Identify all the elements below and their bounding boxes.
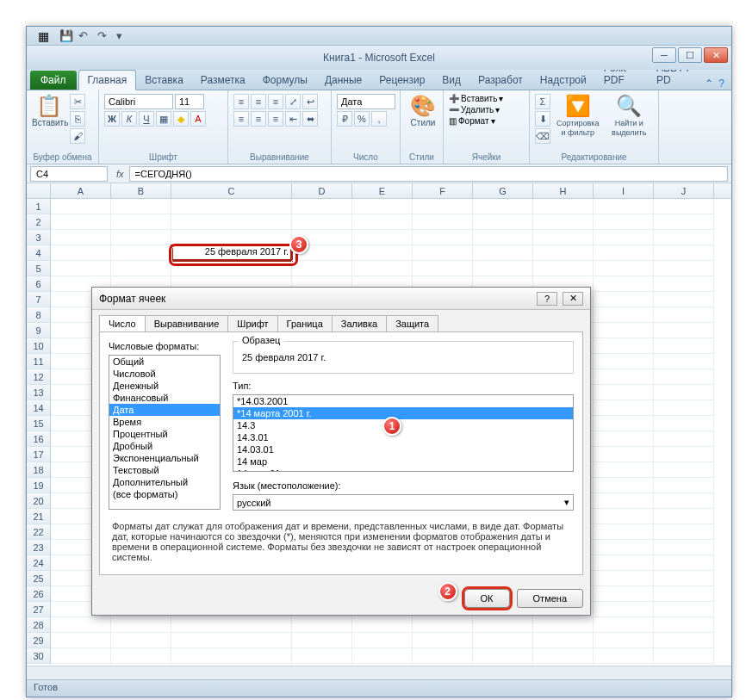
- align-bot-icon[interactable]: ≡: [268, 94, 283, 109]
- cell[interactable]: 25 февраля 2017 г.: [171, 245, 292, 261]
- cell[interactable]: [533, 230, 594, 245]
- cell[interactable]: [352, 617, 413, 633]
- percent-icon[interactable]: %: [354, 111, 370, 127]
- cell[interactable]: [111, 245, 171, 261]
- cell[interactable]: [654, 509, 714, 524]
- cell[interactable]: [533, 245, 594, 261]
- col-header[interactable]: H: [533, 183, 594, 198]
- orientation-icon[interactable]: ⤢: [285, 94, 301, 109]
- cell[interactable]: [594, 323, 654, 338]
- row-header[interactable]: 23: [27, 540, 51, 555]
- cell[interactable]: [292, 648, 352, 664]
- cell[interactable]: [654, 447, 714, 462]
- cell[interactable]: [654, 633, 714, 648]
- align-center-icon[interactable]: ≡: [251, 111, 266, 127]
- cell[interactable]: [352, 648, 413, 664]
- qat-dropdown-icon[interactable]: ▾: [116, 29, 130, 43]
- col-header[interactable]: G: [473, 183, 533, 198]
- cell[interactable]: [594, 199, 654, 214]
- sort-filter-button[interactable]: 🔽Сортировка и фильтр: [554, 94, 602, 137]
- tab-home[interactable]: Главная: [78, 70, 137, 90]
- file-tab[interactable]: Файл: [30, 71, 77, 90]
- cell[interactable]: [594, 292, 654, 307]
- row-header[interactable]: 18: [27, 462, 51, 478]
- cell[interactable]: [654, 493, 714, 509]
- cell[interactable]: [594, 338, 654, 354]
- category-listbox[interactable]: ОбщийЧисловойДенежныйФинансовыйДатаВремя…: [109, 355, 221, 510]
- row-header[interactable]: 14: [27, 400, 51, 416]
- cell[interactable]: [111, 230, 171, 245]
- cell[interactable]: [654, 369, 714, 385]
- cell[interactable]: [594, 369, 654, 385]
- dialog-tab-align[interactable]: Выравнивание: [145, 315, 229, 331]
- minimize-ribbon-icon[interactable]: ⌃: [705, 77, 713, 90]
- wrap-icon[interactable]: ↩: [302, 94, 318, 109]
- cell[interactable]: [594, 214, 654, 230]
- formula-input[interactable]: [129, 166, 728, 182]
- cell[interactable]: [594, 400, 654, 416]
- dialog-help-button[interactable]: ?: [537, 292, 557, 306]
- name-box[interactable]: [30, 166, 108, 182]
- dialog-tab-font[interactable]: Шрифт: [227, 315, 277, 331]
- cell[interactable]: [594, 416, 654, 431]
- lang-combo[interactable]: русский ▾: [233, 494, 574, 511]
- cell[interactable]: [654, 571, 714, 586]
- dialog-tab-protect[interactable]: Защита: [386, 315, 438, 331]
- row-header[interactable]: 3: [27, 230, 51, 245]
- cell[interactable]: [473, 261, 533, 276]
- tab-developer[interactable]: Разработ: [469, 71, 532, 90]
- save-icon[interactable]: 💾: [59, 29, 73, 43]
- type-listbox[interactable]: *14.03.2001*14 марта 2001 г.14.314.3.011…: [233, 394, 574, 472]
- cell[interactable]: [654, 214, 714, 230]
- indent-dec-icon[interactable]: ⇤: [285, 111, 301, 127]
- row-header[interactable]: 28: [27, 617, 51, 633]
- col-header[interactable]: C: [171, 183, 292, 198]
- cell[interactable]: [654, 617, 714, 633]
- row-header[interactable]: 22: [27, 524, 51, 540]
- row-header[interactable]: 21: [27, 509, 51, 524]
- autosum-icon[interactable]: Σ: [535, 94, 550, 109]
- col-header[interactable]: J: [654, 183, 714, 198]
- type-item[interactable]: *14.03.2001: [233, 395, 573, 407]
- cell[interactable]: [51, 245, 111, 261]
- cell[interactable]: [594, 245, 654, 261]
- row-header[interactable]: 2: [27, 214, 51, 230]
- col-header[interactable]: I: [594, 183, 654, 198]
- cell[interactable]: [413, 261, 473, 276]
- minimize-button[interactable]: ─: [652, 47, 676, 63]
- cell[interactable]: [352, 214, 413, 230]
- cell[interactable]: [594, 540, 654, 555]
- cell[interactable]: [654, 431, 714, 447]
- type-item[interactable]: 14.3: [233, 419, 573, 431]
- cell[interactable]: [111, 199, 171, 214]
- cell[interactable]: [594, 276, 654, 292]
- category-item[interactable]: Процентный: [109, 428, 220, 440]
- category-item[interactable]: Время: [109, 416, 220, 428]
- merge-icon[interactable]: ⬌: [302, 111, 318, 127]
- cell[interactable]: [473, 245, 533, 261]
- tab-formulas[interactable]: Формулы: [254, 71, 316, 90]
- find-select-button[interactable]: 🔍Найти и выделить: [606, 94, 654, 137]
- cell[interactable]: [654, 648, 714, 664]
- row-header[interactable]: 5: [27, 261, 51, 276]
- font-color-icon[interactable]: A: [190, 111, 206, 127]
- row-header[interactable]: 27: [27, 602, 51, 617]
- align-left-icon[interactable]: ≡: [233, 111, 249, 127]
- cell[interactable]: [413, 245, 473, 261]
- tab-insert[interactable]: Вставка: [136, 71, 192, 90]
- category-item[interactable]: Дата: [109, 404, 220, 416]
- cell[interactable]: [594, 571, 654, 586]
- cell[interactable]: [413, 648, 473, 664]
- cell[interactable]: [594, 555, 654, 571]
- row-header[interactable]: 7: [27, 292, 51, 307]
- cell[interactable]: [413, 617, 473, 633]
- cell[interactable]: [473, 633, 533, 648]
- cell[interactable]: [654, 245, 714, 261]
- tab-data[interactable]: Данные: [316, 71, 370, 90]
- category-item[interactable]: (все форматы): [109, 488, 220, 500]
- cell[interactable]: [594, 447, 654, 462]
- category-item[interactable]: Общий: [109, 356, 220, 368]
- cell[interactable]: [352, 261, 413, 276]
- cell[interactable]: [533, 633, 594, 648]
- row-header[interactable]: 30: [27, 648, 51, 664]
